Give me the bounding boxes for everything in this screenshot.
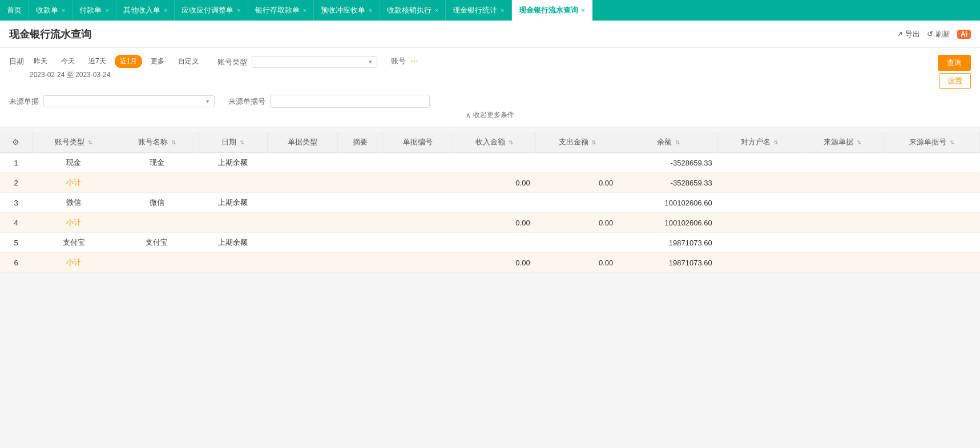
nav-tab-payment[interactable]: 付款单 × [72,0,116,21]
close-payment-icon[interactable]: × [105,7,108,14]
table-cell: 小计 [32,213,115,233]
col-expense[interactable]: 支出金额 ⇅ [536,132,619,153]
table-cell [268,173,338,193]
nav-tab-bank-deposit[interactable]: 银行存取款单 × [248,0,314,21]
nav-tab-prepayment[interactable]: 预收冲应收单 × [314,0,380,21]
close-other-income-icon[interactable]: × [164,7,167,14]
table-cell [199,213,268,233]
table-cell [382,173,453,193]
table-cell [268,233,338,253]
date-btn-7days[interactable]: 近7天 [83,55,111,68]
table-cell [536,153,619,173]
ai-badge[interactable]: Ai [957,30,971,39]
date-range-display: 2023-02-24 至 2023-03-24 [30,71,110,79]
table-cell [382,233,453,253]
refresh-label: 刷新 [935,29,950,39]
close-write-off-icon[interactable]: × [435,7,438,14]
table-cell [337,193,382,213]
nav-tab-adjustment[interactable]: 应收应付调整单 × [175,0,248,21]
col-doc-type: 单据类型 [268,132,338,153]
table-cell [268,193,338,213]
table-cell: 上期余额 [199,153,268,173]
col-date[interactable]: 日期 ⇅ [199,132,268,153]
table-cell [337,153,382,173]
settings-button[interactable]: 设置 [939,73,971,89]
collapse-bar[interactable]: ∧ 收起更多条件 [9,108,971,120]
table-row: 1现金现金上期余额-3528659.33 [0,153,980,173]
table-cell [536,233,619,253]
date-btn-today[interactable]: 今天 [56,55,80,68]
table-cell: 4 [0,213,32,233]
table-row: 3微信微信上期余额100102606.60 [0,193,980,213]
nav-tab-home-label: 首页 [7,5,22,15]
refresh-button[interactable]: ↺ 刷新 [927,29,950,39]
nav-tab-flow-query-label: 现金银行流水查询 [519,5,578,15]
export-button[interactable]: ↗ 导出 [897,29,920,39]
close-flow-query-icon[interactable]: × [582,7,585,14]
close-bank-stats-icon[interactable]: × [501,7,504,14]
source-doc-filter-group: 来源单据 ▾ [9,95,215,107]
table-cell: 2 [0,173,32,193]
table-header-row: ⚙ 账号类型 ⇅ 账号名称 ⇅ 日期 ⇅ 单据类型 摘要 [0,132,980,153]
col-account-name[interactable]: 账号名称 ⇅ [115,132,199,153]
date-btn-custom[interactable]: 自定义 [173,55,204,68]
table-cell [718,153,801,173]
table-cell [884,193,980,213]
col-account-type[interactable]: 账号类型 ⇅ [32,132,115,153]
col-settings[interactable]: ⚙ [0,132,32,153]
account-type-label: 账号类型 [217,57,247,67]
table-cell [382,193,453,213]
table-body: 1现金现金上期余额-3528659.332小计0.000.00-3528659.… [0,153,980,273]
source-doc-no-filter-group: 来源单据号 [228,95,430,108]
close-receipt-icon[interactable]: × [62,7,65,14]
table-cell [453,193,536,213]
table-cell [382,153,453,173]
page-header: 现金银行流水查询 ↗ 导出 ↺ 刷新 Ai [0,21,980,48]
collapse-label: 收起更多条件 [473,110,514,120]
sort-account-type-icon: ⇅ [88,139,92,146]
query-button[interactable]: 查询 [938,55,971,71]
account-type-chevron-icon: ▾ [369,58,372,66]
table-cell [801,153,884,173]
date-btn-yesterday[interactable]: 昨天 [29,55,53,68]
col-balance[interactable]: 余额 ⇅ [619,132,717,153]
nav-tab-write-off[interactable]: 收款核销执行 × [380,0,446,21]
source-doc-select[interactable]: ▾ [43,95,215,107]
account-dots-button[interactable]: ··· [410,56,418,66]
table-row: 2小计0.000.00-3528659.33 [0,173,980,193]
col-income[interactable]: 收入金额 ⇅ [453,132,536,153]
col-counterpart[interactable]: 对方户名 ⇅ [718,132,801,153]
collapse-icon: ∧ [466,111,471,119]
data-table: ⚙ 账号类型 ⇅ 账号名称 ⇅ 日期 ⇅ 单据类型 摘要 [0,132,980,273]
date-filter-group: 日期 昨天 今天 近7天 近1月 更多 自定义 2023-02-24 至 202… [9,55,204,80]
account-type-select[interactable]: ▾ [252,56,377,68]
source-doc-no-input[interactable] [270,95,430,108]
nav-tab-other-income[interactable]: 其他收入单 × [116,0,175,21]
close-prepayment-icon[interactable]: × [369,7,372,14]
header-actions: ↗ 导出 ↺ 刷新 Ai [897,29,971,39]
table-cell: -3528659.33 [619,173,717,193]
source-doc-chevron-icon: ▾ [206,98,209,105]
export-icon: ↗ [897,30,903,38]
col-source-doc[interactable]: 来源单据 ⇅ [801,132,884,153]
table-cell [884,213,980,233]
table-cell: 3 [0,193,32,213]
table-cell [884,153,980,173]
date-btn-more[interactable]: 更多 [146,55,170,68]
table-cell [199,253,268,273]
nav-tab-receipt-label: 收款单 [36,5,58,15]
col-source-doc-no[interactable]: 来源单据号 ⇅ [884,132,980,153]
nav-tab-bank-stats[interactable]: 现金银行统计 × [446,0,511,21]
filter-area: 日期 昨天 今天 近7天 近1月 更多 自定义 2023-02-24 至 202… [0,48,980,127]
date-btn-1month[interactable]: 近1月 [115,55,143,68]
close-bank-deposit-icon[interactable]: × [303,7,306,14]
close-adjustment-icon[interactable]: × [237,7,240,14]
nav-tab-flow-query[interactable]: 现金银行流水查询 × [512,0,592,21]
nav-tab-receipt[interactable]: 收款单 × [29,0,72,21]
table-cell: 5 [0,233,32,253]
table-cell: 100102606.60 [619,193,717,213]
source-doc-no-label: 来源单据号 [228,96,265,107]
account-filter-group: 账号 ··· [391,56,418,66]
nav-tab-home[interactable]: 首页 [0,0,29,21]
account-label: 账号 [391,56,406,66]
